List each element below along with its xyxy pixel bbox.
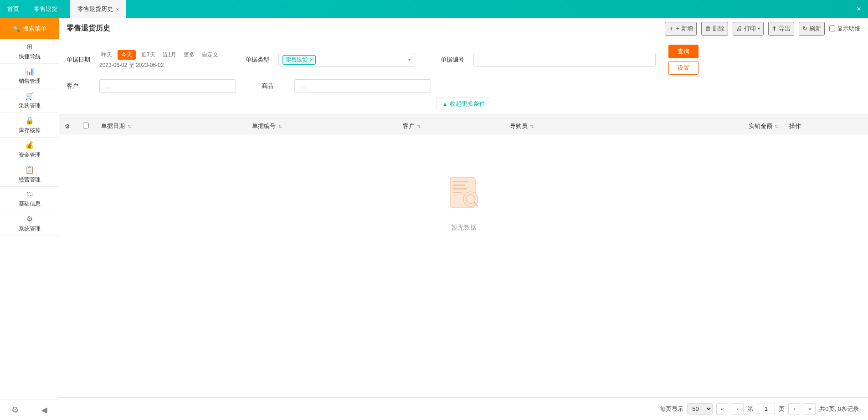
page-word: 第 [747,405,753,413]
goods-ellipsis: ... [300,83,305,90]
quick-nav-icon: ⊞ [26,42,32,51]
doc-type-select[interactable]: 零售退货 × ▾ [278,53,415,67]
next-page-button[interactable]: › [788,403,800,415]
last-page-button[interactable]: » [804,403,816,415]
empty-state: 暂无数据 [59,134,868,268]
show-detail-checkbox-label[interactable]: 显示明细 [829,25,861,33]
sidebar-item-system[interactable]: ⚙ 系统管理 [0,211,59,236]
tab-retail-return[interactable]: 零售退货 × [26,0,70,18]
search-icon: 🔍 [13,26,20,32]
filter-row-1: 单据日期 昨天 今天 近7天 近1月 更多 自定义 2023-06-02 至 2… [67,45,861,75]
doc-type-tag-remove[interactable]: × [309,56,313,63]
sort-guide-icon: ⇅ [530,124,534,129]
collapse-filter-button[interactable]: ▲ 收起更多条件 [436,97,491,110]
goods-select[interactable]: ... [294,79,431,93]
th-settings[interactable]: ⚙ [59,118,77,134]
refresh-icon: ↻ [802,25,807,32]
sidebar-item-label: 基础信息 [19,200,41,208]
svg-rect-4 [452,192,462,193]
sort-doc-date-icon: ⇅ [128,124,131,129]
sidebar-item-purchase[interactable]: 🛒 采购管理 [0,88,59,113]
sidebar-item-operations[interactable]: 📋 经营管理 [0,162,59,187]
new-button[interactable]: ＋ + 新增 [665,22,697,36]
date-range-display: 2023-06-02 至 2023-06-02 [99,61,220,69]
page-unit-label: 页 [779,405,785,413]
date-options: 昨天 今天 近7天 近1月 更多 自定义 [99,50,220,60]
purchase-icon: 🛒 [25,92,34,100]
th-actual-amount[interactable]: 实销金额 ⇅ [633,118,784,134]
refresh-button[interactable]: ↻ 刷新 [799,22,825,36]
inventory-icon: 🔒 [25,116,34,125]
th-customer[interactable]: 客户 ⇅ [397,118,504,134]
sidebar-item-sales[interactable]: 📊 销售管理 [0,64,59,88]
date-opt-more[interactable]: 更多 [182,50,196,60]
table-header-row: ⚙ 单据日期 ⇅ 单据编号 ⇅ [59,118,868,134]
sidebar-item-label: 采购管理 [19,102,41,110]
page-size-select[interactable]: 50 10 20 100 [687,403,713,415]
doc-type-chevron-icon: ▾ [408,57,411,63]
query-settings: 查询 设置 [668,45,699,75]
prev-page-button[interactable]: ‹ [732,403,744,415]
pagination-bar: 每页显示 50 10 20 100 « ‹ 第 页 › » 共0页, 0条记录 [59,397,868,420]
finance-icon: 💰 [25,141,34,149]
th-guide[interactable]: 导购员 ⇅ [504,118,633,134]
tab-retail-return-history-close[interactable]: × [116,6,118,12]
date-opt-yesterday[interactable]: 昨天 [99,50,114,60]
settings-bottom-icon[interactable]: ⚙ [11,405,19,415]
tab-retail-return-close[interactable]: × [60,6,63,12]
tab-home[interactable]: 首页 [0,0,26,18]
select-all-checkbox[interactable] [83,123,89,128]
sort-doc-number-icon: ⇅ [278,124,282,129]
collapse-sidebar-icon[interactable]: ◀ [41,405,47,415]
sidebar-bottom: ⚙ ◀ [0,399,59,420]
delete-button[interactable]: 🗑 删除 [701,22,728,36]
sidebar-item-base-info[interactable]: 🗂 基础信息 [0,187,59,211]
delete-icon: 🗑 [705,25,711,32]
window-close-button[interactable]: × [850,0,868,18]
customer-label: 客户 [67,82,92,90]
page-header: 零售退货历史 ＋ + 新增 🗑 删除 🖨 打印 ▾ ⬆ 导出 [59,18,868,39]
collapse-icon: ▲ [442,101,448,108]
svg-rect-2 [452,184,465,186]
sidebar-item-label: 快捷导航 [19,53,41,61]
sidebar-search[interactable]: 🔍 搜索菜单 [0,18,59,39]
date-opt-1month[interactable]: 近1月 [161,50,179,60]
th-doc-number[interactable]: 单据编号 ⇅ [247,118,397,134]
doc-type-tag: 零售退货 × [282,55,316,65]
empty-state-row: 暂无数据 [59,134,868,269]
show-detail-checkbox[interactable] [829,26,835,31]
page-number-input[interactable] [757,404,775,414]
sidebar-item-label: 经营管理 [19,176,41,184]
tab-retail-return-history[interactable]: 零售退货历史 × [70,0,126,18]
date-opt-today[interactable]: 今天 [118,50,136,60]
svg-rect-3 [452,188,467,190]
base-info-icon: 🗂 [26,190,33,198]
filter-settings-button[interactable]: 设置 [668,61,699,75]
date-label: 单据日期 [67,56,92,64]
page-title: 零售退货历史 [67,24,665,33]
date-opt-7days[interactable]: 近7天 [139,50,157,60]
first-page-button[interactable]: « [716,403,728,415]
filter-area: 单据日期 昨天 今天 近7天 近1月 更多 自定义 2023-06-02 至 2… [59,39,868,114]
date-opt-custom[interactable]: 自定义 [200,50,220,60]
system-icon: ⚙ [26,215,33,223]
sidebar-item-quick-nav[interactable]: ⊞ 快捷导航 [0,39,59,64]
sidebar: 🔍 搜索菜单 ⊞ 快捷导航 📊 销售管理 🛒 采购管理 🔒 库存核算 💰 资金管… [0,18,59,420]
th-checkbox[interactable] [77,118,96,134]
customer-select[interactable]: ... [99,79,236,93]
settings-gear-icon[interactable]: ⚙ [65,123,70,130]
sidebar-item-inventory[interactable]: 🔒 库存核算 [0,113,59,138]
sort-customer-icon: ⇅ [417,124,421,129]
filter-row-2: 客户 ... 商品 ... [67,79,861,93]
th-doc-date[interactable]: 单据日期 ⇅ [96,118,247,134]
doc-number-input[interactable] [473,53,656,67]
top-bar: 首页 零售退货 × 零售退货历史 × × [0,0,868,18]
toolbar: ＋ + 新增 🗑 删除 🖨 打印 ▾ ⬆ 导出 ↻ [665,22,861,36]
svg-rect-1 [452,181,468,182]
export-button[interactable]: ⬆ 导出 [768,22,794,36]
query-button[interactable]: 查询 [668,45,699,58]
print-button[interactable]: 🖨 打印 ▾ [733,22,764,36]
sidebar-search-label: 搜索菜单 [23,25,46,33]
sidebar-item-finance[interactable]: 💰 资金管理 [0,138,59,162]
doc-number-label: 单据编号 [441,56,466,64]
